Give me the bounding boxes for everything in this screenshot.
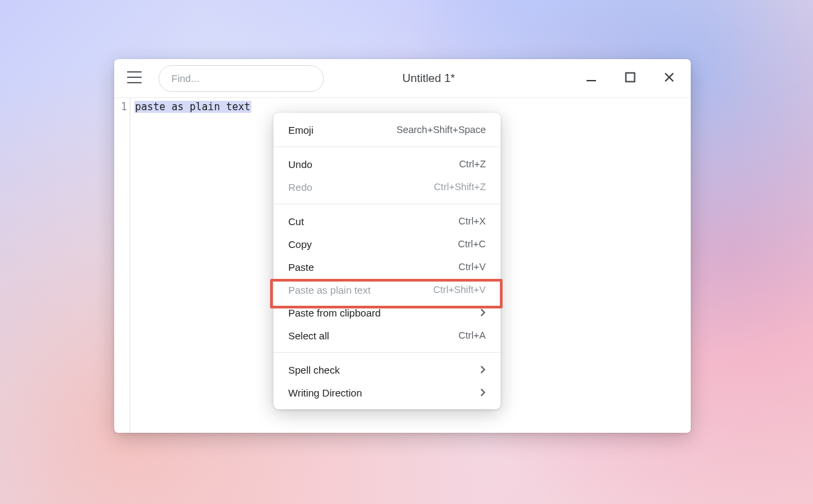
context-menu: EmojiSearch+Shift+SpaceUndoCtrl+ZRedoCtr… bbox=[273, 113, 501, 409]
menu-item-cut[interactable]: CutCtrl+X bbox=[273, 210, 501, 233]
maximize-icon bbox=[625, 72, 636, 85]
menu-item-label: Cut bbox=[288, 216, 458, 227]
menu-item-label: Writing Direction bbox=[288, 387, 480, 398]
chevron-right-icon bbox=[480, 364, 486, 376]
selected-text[interactable]: paste as plain text bbox=[134, 101, 251, 113]
menu-item-select-all[interactable]: Select allCtrl+A bbox=[273, 324, 501, 347]
menu-item-label: Paste from clipboard bbox=[288, 307, 480, 319]
menu-button[interactable] bbox=[120, 64, 149, 93]
menu-item-label: Emoji bbox=[288, 124, 396, 136]
close-icon bbox=[664, 72, 675, 85]
menu-item-shortcut: Ctrl+C bbox=[458, 239, 486, 249]
minimize-icon bbox=[586, 72, 597, 85]
window-title: Untitled 1* bbox=[290, 72, 567, 85]
menu-item-shortcut: Ctrl+Shift+Z bbox=[434, 181, 486, 192]
menu-item-redo: RedoCtrl+Shift+Z bbox=[273, 175, 501, 198]
menu-item-shortcut: Ctrl+V bbox=[458, 261, 486, 272]
menu-item-label: Copy bbox=[288, 239, 458, 250]
minimize-button[interactable] bbox=[581, 68, 602, 89]
chevron-right-icon bbox=[480, 307, 486, 319]
menu-item-writing-direction[interactable]: Writing Direction bbox=[273, 381, 501, 404]
menu-item-emoji[interactable]: EmojiSearch+Shift+Space bbox=[273, 118, 501, 141]
menu-item-shortcut: Search+Shift+Space bbox=[396, 124, 486, 135]
menu-separator bbox=[273, 352, 501, 353]
menu-item-label: Redo bbox=[288, 181, 434, 193]
menu-item-copy[interactable]: CopyCtrl+C bbox=[273, 233, 501, 255]
menu-item-label: Undo bbox=[288, 159, 459, 170]
close-button[interactable] bbox=[658, 68, 680, 89]
maximize-button[interactable] bbox=[619, 68, 641, 89]
menu-item-shortcut: Ctrl+Shift+V bbox=[433, 284, 486, 295]
line-number-gutter: 1 bbox=[114, 98, 130, 433]
menu-item-paste[interactable]: PasteCtrl+V bbox=[273, 255, 501, 278]
window-controls bbox=[581, 68, 680, 89]
menu-item-shortcut: Ctrl+Z bbox=[459, 159, 486, 169]
chevron-right-icon bbox=[480, 387, 486, 398]
svg-rect-4 bbox=[626, 73, 635, 81]
menu-item-spell-check[interactable]: Spell check bbox=[273, 358, 501, 381]
line-number: 1 bbox=[114, 99, 127, 114]
menu-item-label: Paste bbox=[288, 261, 458, 273]
menu-separator bbox=[273, 146, 501, 147]
titlebar: Find... Untitled 1* bbox=[114, 59, 691, 98]
desktop-wallpaper: Find... Untitled 1* bbox=[0, 0, 813, 504]
menu-item-shortcut: Ctrl+A bbox=[458, 330, 486, 341]
hamburger-icon bbox=[127, 71, 142, 86]
menu-item-undo[interactable]: UndoCtrl+Z bbox=[273, 153, 501, 175]
menu-item-paste-clipboard[interactable]: Paste from clipboard bbox=[273, 301, 501, 324]
menu-item-label: Select all bbox=[288, 330, 458, 341]
menu-item-paste-plain: Paste as plain textCtrl+Shift+V bbox=[273, 278, 501, 301]
menu-separator bbox=[273, 204, 501, 204]
menu-item-shortcut: Ctrl+X bbox=[458, 216, 486, 226]
menu-item-label: Spell check bbox=[288, 364, 480, 376]
search-placeholder: Find... bbox=[171, 73, 200, 84]
editor-content[interactable]: paste as plain text bbox=[130, 98, 251, 433]
menu-item-label: Paste as plain text bbox=[288, 284, 433, 296]
